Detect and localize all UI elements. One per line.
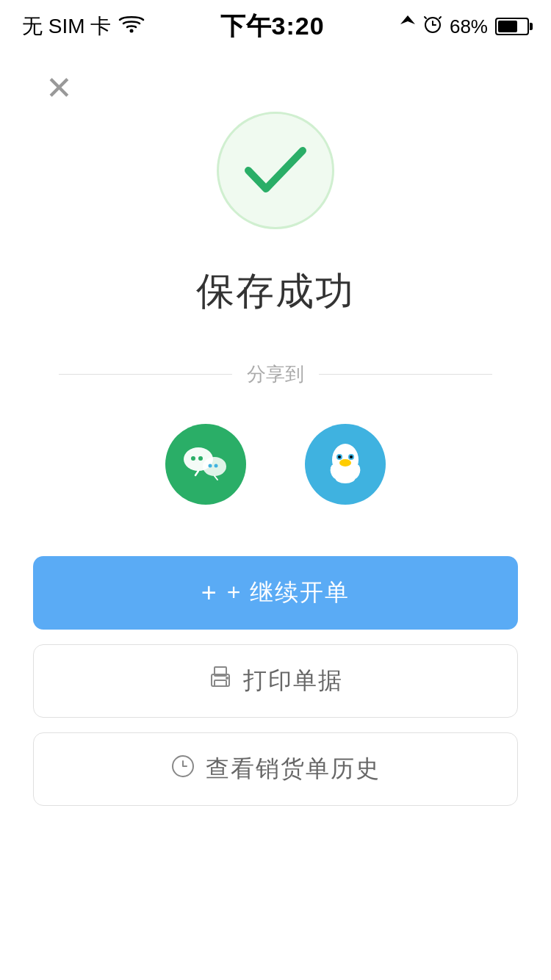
history-button[interactable]: 查看销货单历史 — [33, 732, 518, 806]
wechat-share-button[interactable] — [165, 424, 246, 505]
history-icon — [170, 754, 195, 785]
print-button[interactable]: 打印单据 — [33, 644, 518, 718]
status-bar: 无 SIM 卡 下午3:20 68% — [0, 0, 551, 53]
qq-icon — [323, 439, 367, 489]
share-label: 分享到 — [232, 361, 319, 387]
divider-line-left — [59, 374, 232, 375]
battery-percent: 68% — [450, 15, 488, 38]
status-time: 下午3:20 — [220, 10, 325, 43]
share-divider: 分享到 — [0, 361, 551, 387]
divider-line-right — [319, 374, 492, 375]
continue-label: + 继续开单 — [227, 577, 350, 609]
wechat-icon — [182, 443, 229, 486]
location-icon — [400, 15, 416, 39]
wifi-icon — [118, 15, 145, 39]
svg-rect-19 — [215, 680, 226, 686]
svg-point-4 — [191, 456, 195, 461]
share-icons — [165, 424, 386, 505]
close-button[interactable]: ✕ — [37, 66, 81, 110]
history-label: 查看销货单历史 — [206, 753, 381, 785]
alarm-icon — [423, 15, 442, 39]
checkmark-icon — [242, 145, 309, 196]
svg-point-11 — [338, 455, 341, 458]
svg-point-6 — [209, 464, 212, 468]
svg-point-0 — [130, 29, 134, 32]
svg-point-5 — [198, 456, 203, 461]
continue-button[interactable]: + + 继续开单 — [33, 556, 518, 630]
status-right: 68% — [400, 15, 529, 39]
svg-point-12 — [350, 455, 353, 458]
svg-point-20 — [226, 677, 228, 680]
status-left: 无 SIM 卡 — [22, 12, 145, 40]
qq-share-button[interactable] — [305, 424, 386, 505]
battery-icon — [495, 18, 529, 35]
plus-icon: + — [201, 577, 217, 608]
svg-point-7 — [215, 464, 218, 468]
svg-point-13 — [339, 459, 351, 466]
print-label: 打印单据 — [243, 665, 343, 697]
success-circle — [217, 112, 334, 229]
main-content: 保存成功 分享到 — [0, 53, 551, 806]
no-sim-text: 无 SIM 卡 — [22, 12, 111, 40]
close-icon: ✕ — [46, 72, 73, 104]
action-buttons: + + 继续开单 打印单据 查看销货单历 — [33, 556, 518, 806]
print-icon — [208, 666, 233, 696]
success-title: 保存成功 — [196, 266, 355, 317]
